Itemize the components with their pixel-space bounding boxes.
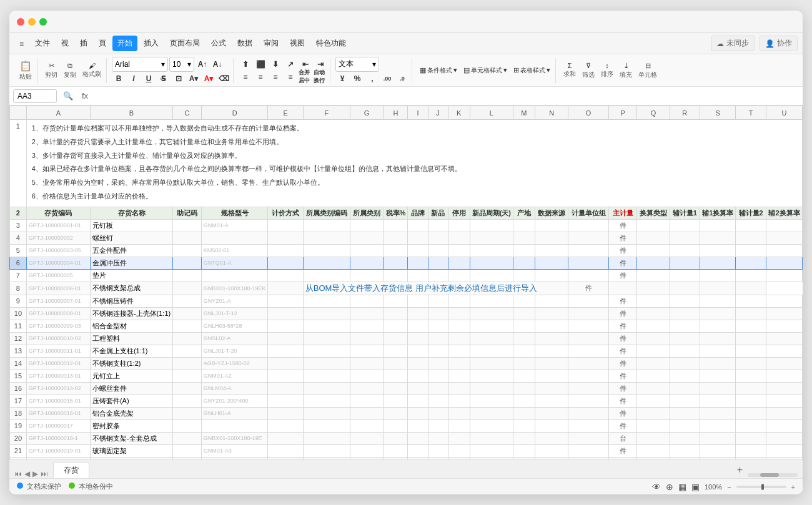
cell-7-a[interactable]: GPTJ-100000005 [26,269,90,282]
formula-input[interactable] [94,89,799,103]
cell-7-l[interactable] [470,269,513,282]
cell-5-r[interactable] [670,244,700,257]
menu-special[interactable]: 特色功能 [311,36,351,51]
font-name-selector[interactable]: Arial ▾ [112,57,168,72]
cell-3-u[interactable] [766,219,802,232]
table-row[interactable]: 19 GPTJ-100000017 密封胶条 件 [10,419,803,432]
cell-5-f[interactable] [303,244,350,257]
zoom-out-button[interactable]: − [727,483,731,491]
menu-formula[interactable]: 公式 [206,36,231,51]
cell-4-h[interactable] [384,232,408,244]
scrollbar-thumb[interactable] [760,473,779,477]
cell-6-d[interactable]: GNTQ01-A [201,257,268,269]
tab-last-button[interactable]: ⏭ [41,469,48,478]
erase-button[interactable]: ⌫ [217,73,230,84]
cell-8-s[interactable] [670,282,700,295]
cell-6-g[interactable] [350,257,384,269]
cell-6-n[interactable] [535,257,568,269]
cell-4-n[interactable] [535,232,568,244]
italic-button[interactable]: I [127,73,141,84]
table-row[interactable]: 22 GPTJ-100000020-A 小公差套件 GNM01-A4 件 [10,457,803,459]
cell-7-d[interactable] [201,269,268,282]
cell-5-m[interactable] [513,244,535,257]
cell-5-p[interactable]: 件 [608,244,637,257]
cell-5-b[interactable]: 五金件配件 [90,244,172,257]
cell-3-g[interactable] [350,219,384,232]
cell-7-e[interactable] [268,269,303,282]
increase-decimal-button[interactable]: .00 [380,73,394,84]
cell-4-t[interactable] [736,232,766,244]
cell-6-t[interactable] [736,257,766,269]
cell-3-b[interactable]: 元钉板 [90,219,172,232]
cell-3-d[interactable]: GNM01-A [201,219,268,232]
format-paint-button[interactable]: 🖌 格式刷 [80,59,104,82]
menu-view-icon[interactable]: 視 [56,36,74,51]
col-header-m[interactable]: M [513,106,535,120]
cell-4-g[interactable] [350,232,384,244]
col-header-e[interactable]: E [268,106,303,120]
cell-3-l[interactable] [470,219,513,232]
col-header-u[interactable]: U [766,106,802,120]
menu-insert-icon[interactable]: 插 [75,36,92,51]
zoom-in-button[interactable]: + [791,483,795,491]
col-header-n[interactable]: N [535,106,568,120]
cell-3-p[interactable]: 件 [608,219,637,232]
menu-view[interactable]: 视图 [285,36,310,51]
text-rotate-button[interactable]: ↗ [284,59,297,70]
cell-6-j[interactable] [428,257,448,269]
cell-7-q[interactable] [637,269,670,282]
zoom-slider[interactable] [736,486,786,488]
align-top-button[interactable]: ⬆ [239,59,252,70]
col-header-h[interactable]: H [384,106,408,120]
paste-button[interactable]: 📋 粘贴 [17,59,34,82]
decrease-decimal-button[interactable]: .0 [395,73,409,84]
col-header-g[interactable]: G [350,106,384,120]
cell-6-e[interactable] [268,257,303,269]
table-row[interactable]: 9 GPTJ-100000007-01 不锈钢压铸件 GNYZ01-A 件 [10,295,803,307]
table-row[interactable]: 10 GPTJ-100000008-01 不锈钢连接器-上壳体(1:1) GNL… [10,307,803,320]
comma-button[interactable]: , [365,73,379,84]
cell-5-i[interactable] [408,244,428,257]
cell-4-r[interactable] [670,232,700,244]
table-row[interactable]: 11 GPTJ-100000009-03 铝合金型材 GNLH03-68*28 … [10,320,803,332]
window-controls[interactable] [17,18,47,26]
fill-color-button[interactable]: A▾ [187,73,201,84]
cell-3-t[interactable] [736,219,766,232]
cell-7-h[interactable] [384,269,408,282]
cell-4-e[interactable] [268,232,303,244]
cell-6-o[interactable] [568,257,608,269]
cell-8-b[interactable]: 不锈钢支架总成 [90,282,172,295]
cell-7-u[interactable] [766,269,802,282]
cell-6-r[interactable] [670,257,700,269]
align-left-button[interactable]: ≡ [239,71,252,82]
cell-6-q[interactable] [637,257,670,269]
cell-button[interactable]: ⊟ 单元格 [636,59,660,82]
table-row[interactable]: 3 GPTJ-100000001-01 元钉板 GNM01-A [10,219,803,232]
table-format-button[interactable]: ⊞ 表格样式 ▾ [511,59,553,82]
strikethrough-button[interactable]: S̶ [157,73,171,84]
cell-7-g[interactable] [350,269,384,282]
align-bottom-button[interactable]: ⬇ [269,59,282,70]
cell-3-a[interactable]: GPTJ-100000001-01 [26,219,90,232]
border-button[interactable]: ⊡ [172,73,186,84]
cell-8-r[interactable] [637,282,670,295]
cell-7-f[interactable] [303,269,350,282]
cell-5-e[interactable] [268,244,303,257]
menu-hamburger[interactable]: ≡ [14,37,29,51]
table-row[interactable]: 17 GPTJ-100000015-01 压铸套件(A) GNYZ01-200*… [10,395,803,407]
copy-button[interactable]: ⧉ 复制 [61,59,79,82]
menu-page-icon[interactable]: 頁 [94,36,111,51]
percent-button[interactable]: % [350,73,364,84]
cell-4-c[interactable] [173,232,202,244]
cell-6-h[interactable] [384,257,408,269]
menu-insert[interactable]: 插入 [139,36,164,51]
font-decrease-button[interactable]: A↓ [210,59,224,70]
cell-5-k[interactable] [448,244,470,257]
cell-7-r[interactable] [670,269,700,282]
cell-6-c[interactable] [173,257,202,269]
cell-4-d[interactable] [201,232,268,244]
align-middle-button[interactable]: ⬛ [254,59,267,70]
table-row[interactable]: 14 GPTJ-100000012-01 不锈钢支柱(1:2) AGB-YZJ-… [10,357,803,370]
cell-4-l[interactable] [470,232,513,244]
col-header-q[interactable]: Q [637,106,670,120]
